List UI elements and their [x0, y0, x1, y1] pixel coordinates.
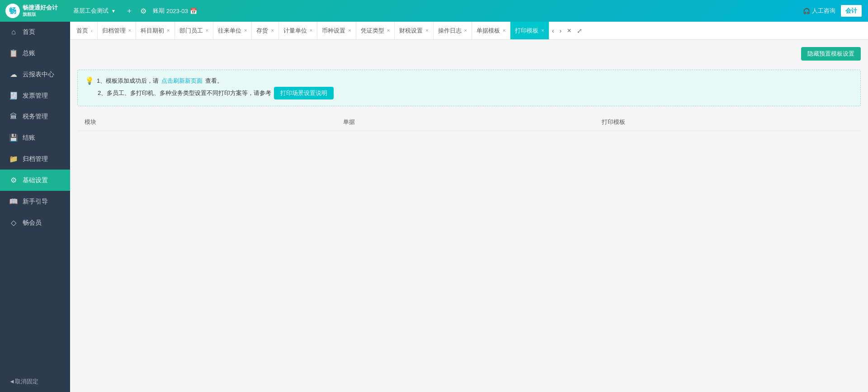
company-name: 基层工会测试	[73, 7, 108, 15]
tab-close-tax-settings[interactable]: ×	[425, 28, 428, 33]
tab-close-unit[interactable]: ×	[310, 28, 312, 33]
tab-label: 凭证类型	[361, 27, 384, 35]
tab-partner[interactable]: 往来单位 ×	[213, 22, 252, 40]
info-text-1-suffix: 查看。	[205, 77, 223, 85]
member-icon: ◇	[9, 218, 18, 227]
tab-prev-button[interactable]: ‹	[549, 25, 557, 36]
sidebar-item-settings[interactable]: ⚙ 基础设置	[0, 170, 70, 191]
tab-currency[interactable]: 币种设置 ×	[317, 22, 356, 40]
header-period: 账期 2023-03 📅	[153, 7, 197, 15]
cloud-icon: ☁	[9, 70, 18, 79]
sidebar: ⌂ 首页 📋 总账 ☁ 云报表中心 🧾 发票管理 🏛 税务管理 💾 结账 📁 归…	[0, 22, 70, 392]
tab-close-currency[interactable]: ×	[348, 28, 351, 33]
kuaiji-button[interactable]: 会计	[840, 4, 863, 18]
tab-operation-log[interactable]: 操作日志 ×	[434, 22, 472, 40]
info-refresh-link[interactable]: 点击刷新新页面	[161, 77, 203, 85]
hide-template-button[interactable]: 隐藏预置模板设置	[801, 47, 861, 61]
period-label: 账期	[153, 7, 165, 15]
cancel-fixed[interactable]: ◄取消固定	[0, 371, 70, 392]
checkout-icon: 💾	[9, 133, 18, 142]
main-layout: ⌂ 首页 📋 总账 ☁ 云报表中心 🧾 发票管理 🏛 税务管理 💾 结账 📁 归…	[0, 22, 868, 392]
sidebar-item-archive[interactable]: 📁 归档管理	[0, 148, 70, 170]
logo-icon: 畅	[5, 4, 20, 18]
tab-close-archive[interactable]: ×	[128, 28, 131, 33]
info-row-1: 💡 1、模板添加成功后，请 点击刷新新页面 查看。	[85, 76, 853, 85]
tab-label: 计量单位	[283, 27, 307, 35]
table-header-print-template: 打印模板	[594, 113, 861, 131]
sidebar-item-guide[interactable]: 📖 新手引导	[0, 191, 70, 212]
sidebar-item-label: 畅会员	[23, 219, 42, 227]
ledger-icon: 📋	[9, 49, 18, 57]
sidebar-item-label: 总账	[23, 49, 35, 57]
logo-area: 畅 畅捷通好会计 旗舰版	[5, 4, 69, 18]
tab-close-operation-log[interactable]: ×	[464, 28, 467, 33]
sidebar-item-member[interactable]: ◇ 畅会员	[0, 212, 70, 233]
tab-close-subject[interactable]: ×	[167, 28, 170, 33]
sidebar-item-label: 发票管理	[23, 92, 48, 100]
sidebar-item-reports[interactable]: ☁ 云报表中心	[0, 64, 70, 85]
info-row-2: 2、多员工、多打印机、多种业务类型设置不同打印方案等，请参考 打印场景设置说明	[85, 87, 853, 99]
tab-close-partner[interactable]: ×	[244, 28, 247, 33]
tax-icon: 🏛	[9, 113, 18, 121]
home-icon: ⌂	[9, 28, 18, 36]
sidebar-item-checkout[interactable]: 💾 结账	[0, 127, 70, 148]
tab-department[interactable]: 部门员工 ×	[175, 22, 213, 40]
tab-label: 部门员工	[179, 27, 203, 35]
tab-expand-button[interactable]: ⤢	[574, 25, 585, 36]
tab-voucher-type[interactable]: 凭证类型 ×	[356, 22, 395, 40]
archive-icon: 📁	[9, 155, 18, 163]
tab-label: 打印模板	[515, 27, 538, 35]
tab-label: 科目期初	[141, 27, 164, 35]
company-selector[interactable]: 基层工会测试 ▼	[73, 7, 116, 15]
bulb-icon: 💡	[85, 76, 94, 85]
tab-subject[interactable]: 科目期初 ×	[136, 22, 175, 40]
sidebar-item-label: 基础设置	[23, 176, 48, 184]
print-scene-button[interactable]: 打印场景设置说明	[274, 87, 334, 99]
tab-archive[interactable]: 归档管理 ×	[98, 22, 136, 40]
human-service-label: 人工咨询	[812, 7, 835, 15]
info-text-1-prefix: 1、模板添加成功后，请	[97, 77, 159, 85]
tab-nav-arrow: ‹	[91, 28, 93, 33]
header-actions: ＋ ⚙	[124, 5, 148, 18]
tab-home[interactable]: 首页 ‹	[72, 22, 98, 40]
tab-close-inventory[interactable]: ×	[271, 28, 274, 33]
tab-close-department[interactable]: ×	[206, 28, 208, 33]
sidebar-item-label: 税务管理	[23, 113, 48, 121]
sidebar-item-tax[interactable]: 🏛 税务管理	[0, 106, 70, 127]
tab-next-button[interactable]: ›	[557, 25, 565, 36]
page-content: 隐藏预置模板设置 💡 1、模板添加成功后，请 点击刷新新页面 查看。 2、多员工…	[70, 40, 868, 392]
sidebar-item-label: 归档管理	[23, 155, 48, 163]
print-template-table: 模块 单据 打印模板	[77, 113, 861, 131]
tab-unit[interactable]: 计量单位 ×	[279, 22, 317, 40]
tab-label: 首页	[76, 27, 88, 35]
content-area: 首页 ‹ 归档管理 × 科目期初 × 部门员工 × 往来单位 × 存货 ×	[70, 22, 868, 392]
sidebar-item-home[interactable]: ⌂ 首页	[0, 22, 70, 43]
info-box: 💡 1、模板添加成功后，请 点击刷新新页面 查看。 2、多员工、多打印机、多种业…	[77, 70, 861, 106]
tab-bar: 首页 ‹ 归档管理 × 科目期初 × 部门员工 × 往来单位 × 存货 ×	[70, 22, 868, 40]
tab-label: 财税设置	[399, 27, 423, 35]
cancel-fixed-label: ◄取消固定	[9, 378, 38, 386]
tab-label: 币种设置	[322, 27, 345, 35]
add-button[interactable]: ＋	[124, 5, 135, 18]
logo-sub: 旗舰版	[23, 11, 58, 18]
tab-tax-settings[interactable]: 财税设置 ×	[395, 22, 433, 40]
tab-label: 单据模板	[476, 27, 500, 35]
settings-button[interactable]: ⚙	[138, 5, 148, 17]
sidebar-item-label: 新手引导	[23, 198, 48, 206]
human-service[interactable]: 🎧 人工咨询	[803, 7, 835, 15]
sidebar-item-invoice[interactable]: 🧾 发票管理	[0, 85, 70, 106]
tab-close-print-template[interactable]: ×	[541, 28, 544, 33]
sidebar-item-label: 结账	[23, 134, 35, 142]
company-dropdown-arrow: ▼	[111, 9, 116, 14]
tab-print-template[interactable]: 打印模板 ×	[510, 22, 549, 40]
table-header-document: 单据	[336, 113, 594, 131]
calendar-icon[interactable]: 📅	[190, 8, 197, 14]
tab-document-template[interactable]: 单据模板 ×	[472, 22, 510, 40]
tab-close-document-template[interactable]: ×	[503, 28, 505, 33]
tab-close-voucher-type[interactable]: ×	[387, 28, 390, 33]
tab-inventory[interactable]: 存货 ×	[252, 22, 278, 40]
sidebar-item-label: 云报表中心	[23, 71, 54, 79]
tab-close-all-button[interactable]: ×	[564, 25, 574, 37]
sidebar-item-ledger[interactable]: 📋 总账	[0, 43, 70, 64]
top-header: 畅 畅捷通好会计 旗舰版 基层工会测试 ▼ ＋ ⚙ 账期 2023-03 📅 🎧…	[0, 0, 868, 22]
